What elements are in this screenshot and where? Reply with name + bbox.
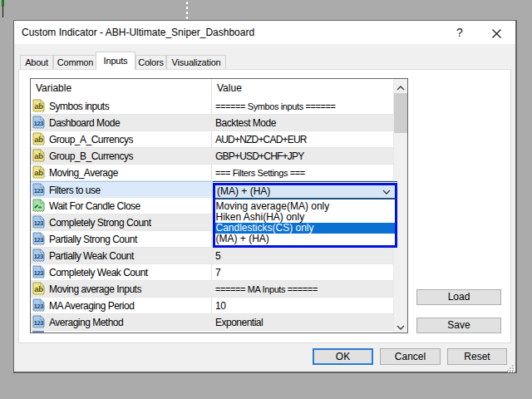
- svg-text:123: 123: [33, 219, 43, 227]
- svg-text:ab: ab: [34, 284, 43, 293]
- svg-text:ab: ab: [34, 168, 43, 177]
- svg-text:ab: ab: [34, 135, 43, 144]
- svg-text:123: 123: [33, 187, 43, 195]
- svg-text:123: 123: [33, 303, 43, 310]
- svg-text:ab: ab: [34, 151, 43, 160]
- svg-text:123: 123: [33, 120, 43, 127]
- svg-text:ab: ab: [34, 101, 43, 111]
- svg-text:123: 123: [33, 253, 43, 260]
- svg-text:123: 123: [33, 319, 43, 327]
- svg-text:123: 123: [33, 269, 43, 277]
- svg-text:123: 123: [33, 236, 43, 244]
